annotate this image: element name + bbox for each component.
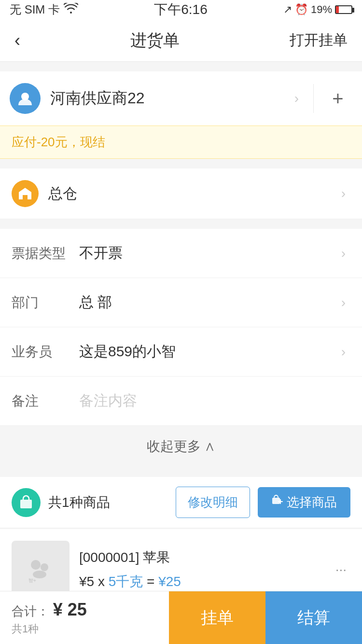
divider-3 (0, 219, 362, 229)
supplier-avatar (10, 83, 41, 114)
product-count: 共1种商品 (48, 493, 168, 512)
total-amount: ¥ 25 (53, 600, 87, 619)
carrier-text: 无 SIM 卡 (10, 2, 60, 17)
product-more-button[interactable]: ··· (332, 558, 350, 581)
salesperson-label: 业务员 (12, 343, 79, 361)
product-icon (12, 488, 41, 517)
product-header: 共1种商品 修改明细 选择商品 (0, 477, 362, 528)
add-supplier-button[interactable]: + (314, 88, 362, 110)
location-icon: ↗ (283, 3, 292, 16)
page-title: 进货单 (130, 29, 180, 52)
total-count: 共1种 (12, 622, 157, 636)
open-pending-button[interactable]: 打开挂单 (290, 30, 348, 50)
status-bar: 无 SIM 卡 下午6:16 ↗ ⏰ 19% (0, 0, 362, 19)
divider-4 (0, 467, 362, 477)
salesperson-chevron-icon: › (341, 344, 346, 360)
invoice-type-label: 票据类型 (12, 244, 79, 263)
svg-rect-3 (272, 498, 280, 504)
supplier-chevron-icon: › (294, 91, 299, 106)
department-row[interactable]: 部门 总 部 › (0, 278, 362, 327)
select-product-button[interactable]: 选择商品 (258, 487, 350, 518)
battery-text: 19% (311, 3, 332, 16)
warehouse-name: 总仓 (48, 184, 341, 204)
status-left: 无 SIM 卡 (10, 2, 78, 17)
pending-button[interactable]: 挂单 (169, 591, 265, 644)
bottom-bar: 合计： ¥ 25 共1种 挂单 结算 (0, 591, 362, 644)
nav-bar: ‹ 进货单 打开挂单 (0, 19, 362, 62)
divider-1 (0, 62, 362, 71)
battery-icon (335, 5, 352, 14)
svg-point-8 (33, 571, 46, 578)
product-name: [0000001] 苹果 (79, 548, 322, 567)
product-id: [0000001] (79, 550, 139, 565)
remark-label: 备注 (12, 392, 79, 410)
product-price: ¥5 (79, 574, 94, 589)
status-right: ↗ ⏰ 19% (283, 3, 352, 16)
supplier-notice: 应付-20元，现结 (0, 126, 362, 159)
select-product-label: 选择商品 (287, 494, 337, 511)
divider-2 (0, 159, 362, 168)
product-thumbnail: 智+ (12, 541, 70, 599)
product-qty: 5千克 (109, 574, 143, 589)
supplier-selector[interactable]: 河南供应商22 › (0, 71, 313, 126)
edit-detail-button[interactable]: 修改明细 (176, 487, 250, 518)
department-chevron-icon: › (341, 295, 346, 310)
invoice-type-row[interactable]: 票据类型 不开票 › (0, 229, 362, 278)
back-button[interactable]: ‹ (14, 30, 20, 51)
invoice-type-value: 不开票 (79, 243, 341, 263)
select-product-icon (271, 495, 283, 510)
svg-rect-2 (20, 500, 32, 508)
warehouse-icon (12, 180, 39, 207)
svg-text:智+: 智+ (28, 578, 36, 583)
total-section: 合计： ¥ 25 共1种 (0, 600, 169, 636)
product-info: [0000001] 苹果 ¥5 x 5千克 = ¥25 (79, 548, 322, 591)
svg-rect-1 (23, 195, 28, 199)
bottom-actions: 挂单 结算 (169, 591, 362, 644)
remark-row[interactable]: 备注 备注内容 (0, 377, 362, 426)
product-formula: ¥5 x 5千克 = ¥25 (79, 573, 322, 591)
salesperson-value: 这是859的小智 (79, 342, 341, 362)
status-time: 下午6:16 (154, 0, 208, 19)
total-label: 合计： (12, 604, 49, 618)
alarm-icon: ⏰ (295, 3, 308, 16)
remark-value: 备注内容 (79, 391, 350, 411)
product-total: ¥25 (158, 574, 181, 589)
warehouse-selector[interactable]: 总仓 › (0, 168, 362, 219)
supplier-name: 河南供应商22 (50, 88, 294, 109)
checkout-button[interactable]: 结算 (265, 591, 362, 644)
warehouse-chevron-icon: › (341, 186, 346, 201)
product-title: 苹果 (143, 550, 170, 565)
salesperson-row[interactable]: 业务员 这是859的小智 › (0, 327, 362, 377)
svg-point-7 (41, 563, 48, 571)
collapse-button[interactable]: 收起更多 ∧ (0, 426, 362, 467)
supplier-section: 河南供应商22 › + (0, 71, 362, 126)
department-label: 部门 (12, 294, 79, 312)
invoice-type-chevron-icon: › (341, 246, 346, 261)
svg-point-6 (31, 560, 41, 570)
department-value: 总 部 (79, 293, 341, 312)
wifi-icon (64, 3, 78, 16)
